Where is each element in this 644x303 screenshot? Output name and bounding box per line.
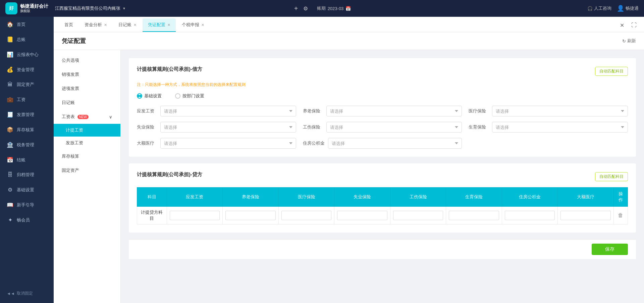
close-tab-tax[interactable]: ✕ (201, 23, 204, 27)
radio-by-dept[interactable]: 按部门设置 (175, 93, 204, 99)
sub-nav-inventory[interactable]: 库存核算 (54, 149, 120, 163)
sidebar-item-guide[interactable]: 📖 新手引导 (0, 197, 54, 212)
period-label: 账期 (317, 5, 326, 11)
input-yanglao[interactable] (225, 211, 276, 220)
credit-auto-match-button[interactable]: 自动匹配科目 (595, 172, 628, 181)
select-shiye[interactable]: 请选择 (160, 122, 296, 133)
cell-dae-yiliao[interactable] (558, 207, 614, 224)
user-avatar-icon: 👤 (617, 5, 624, 12)
col-gongshang: 工伤保险 (390, 188, 446, 207)
input-yiliao[interactable] (281, 211, 332, 220)
close-tab-funds[interactable]: ✕ (104, 23, 107, 27)
sub-nav-journal[interactable]: 日记账 (54, 96, 120, 110)
company-selector[interactable]: 江西服宝精品有限责任公司内账张 ▾ (55, 5, 291, 11)
input-shengyu[interactable] (449, 211, 499, 220)
select-yanglao[interactable]: 请选择 (326, 106, 462, 116)
invoice-icon: 🧾 (7, 111, 13, 118)
refresh-button[interactable]: ↻ 刷新 (622, 38, 636, 44)
save-button[interactable]: 保存 (592, 244, 628, 255)
new-badge: NEW (77, 115, 89, 119)
select-yiliao[interactable]: 请选择 (492, 106, 628, 116)
sidebar-item-settings[interactable]: ⚙ 基础设置 (0, 182, 54, 197)
sub-nav-payroll[interactable]: 工资表 NEW ∨ (54, 110, 120, 124)
add-button[interactable]: + (291, 4, 301, 13)
input-dae-yiliao[interactable] (560, 211, 611, 220)
col-subject: 科目 (137, 188, 167, 207)
sub-nav-purchase-invoice[interactable]: 进项发票 (54, 82, 120, 96)
select-yifa[interactable]: 请选择 (160, 106, 296, 116)
sub-nav-public[interactable]: 公共选项 (54, 53, 120, 67)
close-window-button[interactable]: ✕ (617, 20, 627, 30)
sidebar-item-archive[interactable]: 🗄 归档管理 (0, 167, 54, 182)
sidebar-item-assets[interactable]: 🏛 固定资产 (0, 77, 54, 92)
unpin-button[interactable]: ◄◄ 取消固定 (0, 287, 54, 300)
top-actions: 🎧 人工咨询 👤 畅捷通 (587, 5, 639, 12)
period-selector[interactable]: 账期 2023-03 📅 (317, 5, 351, 11)
sidebar-label-funds: 资金管理 (17, 67, 34, 73)
sidebar-item-ledger[interactable]: 📒 总账 (0, 32, 54, 47)
tab-voucher-config[interactable]: 凭证配置 ✕ (143, 18, 176, 32)
sidebar-item-close[interactable]: 📅 结账 (0, 152, 54, 167)
sidebar-item-reports[interactable]: 📊 云报表中心 (0, 47, 54, 62)
content-area: 首页 资金分析 ✕ 日记账 ✕ 凭证配置 ✕ 个税申报 ✕ ✕ ⛶ (54, 17, 644, 303)
close-tab-voucher[interactable]: ✕ (167, 23, 170, 27)
tab-home[interactable]: 首页 (59, 18, 78, 32)
col-yanglao: 养老保险 (223, 188, 279, 207)
page-header: 凭证配置 ↻ 刷新 (54, 32, 644, 50)
refresh-icon: ↻ (622, 39, 626, 44)
radio-group: 基础设置 按部门设置 (137, 93, 628, 99)
sidebar-item-vip[interactable]: ✦ 畅会员 (0, 212, 54, 228)
sidebar-item-home[interactable]: 🏠 首页 (0, 17, 54, 32)
tab-actions: ✕ ⛶ (617, 20, 639, 32)
tab-tax[interactable]: 个税申报 ✕ (176, 18, 210, 32)
settings-icon[interactable]: ⚙ (301, 4, 310, 13)
cell-shiye[interactable] (334, 207, 390, 224)
cell-yifa[interactable] (167, 207, 223, 224)
sidebar-item-funds[interactable]: 💰 资金管理 (0, 62, 54, 77)
select-gongshang[interactable]: 请选择 (326, 122, 462, 133)
credit-table: 科目 应发工资 养老保险 医疗保险 失业保险 工伤保险 生育保险 住房公积金 大… (137, 187, 628, 224)
sub-nav-accrued-salary[interactable]: 计提工资 (54, 124, 120, 137)
ai-consult-button[interactable]: 🎧 人工咨询 (587, 5, 611, 11)
sidebar-item-salary[interactable]: 💼 工资 (0, 92, 54, 107)
cell-yiliao[interactable] (278, 207, 334, 224)
input-shiye[interactable] (337, 211, 387, 220)
sidebar-item-invoice[interactable]: 🧾 发票管理 (0, 107, 54, 122)
tab-funds-analysis[interactable]: 资金分析 ✕ (79, 18, 112, 32)
sidebar-item-inventory[interactable]: 📦 库存核算 (0, 122, 54, 137)
sidebar-item-tax[interactable]: 🏦 税务管理 (0, 137, 54, 152)
select-shengyu[interactable]: 请选择 (492, 122, 628, 133)
select-dae-yiliao[interactable]: 请选择 (160, 138, 296, 149)
sidebar-label-reports: 云报表中心 (17, 52, 39, 58)
credit-title: 计提核算规则(公司承担)-贷方 (137, 171, 202, 178)
sub-nav-pay-salary[interactable]: 发放工资 (54, 137, 120, 149)
col-actions: 操作 (613, 188, 628, 207)
sidebar-label-salary: 工资 (17, 97, 25, 103)
maximize-button[interactable]: ⛶ (629, 20, 639, 30)
cell-shengyu[interactable] (446, 207, 502, 224)
debit-auto-match-button[interactable]: 自动匹配科目 (595, 67, 628, 76)
input-gongshang[interactable] (393, 211, 443, 220)
tab-journal[interactable]: 日记账 ✕ (113, 18, 142, 32)
col-dae-yiliao: 大额医疗 (558, 188, 614, 207)
cell-gongshang[interactable] (390, 207, 446, 224)
sub-nav-sales-invoice[interactable]: 销项发票 (54, 67, 120, 82)
field-yifa-gongzi: 应发工资 请选择 (137, 106, 296, 116)
company-name: 江西服宝精品有限责任公司内账张 (55, 5, 120, 11)
table-header-row: 科目 应发工资 养老保险 医疗保险 失业保险 工伤保险 生育保险 住房公积金 大… (137, 188, 628, 207)
close-tab-journal[interactable]: ✕ (133, 23, 137, 27)
cell-yanglao[interactable] (223, 207, 279, 224)
cell-gongjijin[interactable] (502, 207, 558, 224)
vip-icon: ✦ (7, 217, 13, 223)
cell-delete[interactable]: 🗑 (613, 207, 628, 224)
input-gongjijin[interactable] (505, 211, 555, 220)
tax-icon: 🏦 (7, 142, 13, 148)
period-value: 2023-03 (328, 6, 344, 11)
input-yifa[interactable] (170, 211, 220, 220)
select-gongjijin[interactable]: 请选择 (328, 138, 462, 149)
radio-dept-circle (175, 93, 180, 99)
user-menu[interactable]: 👤 畅捷通 (617, 5, 639, 12)
sub-nav-fixed-assets[interactable]: 固定资产 (54, 163, 120, 178)
sub-nav: 公共选项 销项发票 进项发票 日记账 工资表 NEW ∨ 计提工资 发放工资 库… (54, 50, 121, 303)
radio-basic[interactable]: 基础设置 (137, 93, 162, 99)
